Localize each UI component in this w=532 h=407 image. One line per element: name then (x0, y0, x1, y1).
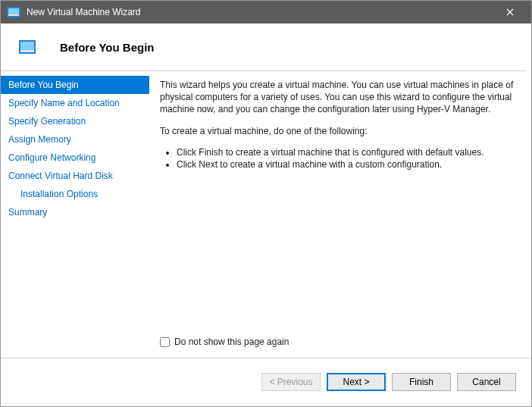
step-specify-generation[interactable]: Specify Generation (1, 112, 149, 130)
step-configure-networking[interactable]: Configure Networking (1, 149, 149, 167)
wizard-footer: < Previous Next > Finish Cancel (1, 358, 531, 405)
checkbox-row: Do not show this page again (160, 337, 515, 350)
step-connect-vhd[interactable]: Connect Virtual Hard Disk (1, 167, 149, 185)
prompt-text: To create a virtual machine, do one of t… (160, 125, 515, 137)
bullet-next: Click Next to create a virtual machine w… (177, 158, 515, 171)
wizard-icon (19, 40, 36, 54)
step-before-you-begin[interactable]: Before You Begin (1, 76, 149, 94)
cancel-button[interactable]: Cancel (457, 373, 516, 391)
previous-button: < Previous (261, 373, 321, 391)
checkbox-label: Do not show this page again (174, 337, 289, 347)
wizard-steps-sidebar: Before You Begin Specify Name and Locati… (1, 71, 149, 358)
do-not-show-checkbox[interactable] (160, 337, 170, 347)
content-area: Before You Begin Specify Name and Locati… (1, 71, 531, 358)
titlebar: New Virtual Machine Wizard (1, 1, 531, 23)
instruction-list: Click Finish to create a virtual machine… (160, 146, 515, 171)
intro-text: This wizard helps you create a virtual m… (160, 79, 515, 116)
step-installation-options[interactable]: Installation Options (1, 185, 149, 203)
window-title: New Virtual Machine Wizard (27, 7, 495, 17)
main-panel: This wizard helps you create a virtual m… (149, 71, 531, 358)
close-button[interactable] (495, 1, 525, 23)
svg-rect-1 (8, 8, 19, 14)
svg-rect-4 (20, 42, 34, 50)
step-assign-memory[interactable]: Assign Memory (1, 130, 149, 149)
bullet-finish: Click Finish to create a virtual machine… (177, 146, 515, 158)
wizard-header: Before You Begin (1, 23, 531, 70)
step-summary[interactable]: Summary (1, 203, 149, 221)
svg-rect-5 (20, 50, 34, 52)
app-icon (7, 7, 20, 17)
page-title: Before You Begin (60, 41, 154, 54)
next-button[interactable]: Next > (327, 373, 386, 391)
finish-button[interactable]: Finish (392, 373, 451, 391)
svg-rect-2 (8, 14, 19, 16)
step-specify-name-location[interactable]: Specify Name and Location (1, 94, 149, 112)
